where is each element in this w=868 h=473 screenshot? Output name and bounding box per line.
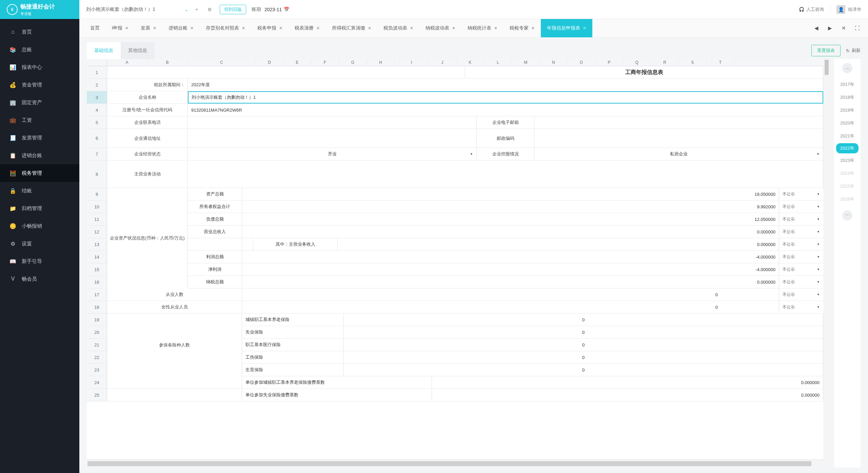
row-number[interactable]: 1 bbox=[87, 66, 107, 78]
year-option[interactable]: 2020年 bbox=[836, 117, 859, 129]
tab[interactable]: 年报信息申报表✕ bbox=[541, 19, 592, 37]
close-icon[interactable]: ✕ bbox=[368, 26, 371, 31]
row-number[interactable]: 23 bbox=[87, 364, 107, 376]
close-icon[interactable]: ✕ bbox=[242, 26, 245, 31]
value-cell[interactable]: -4.000000 bbox=[242, 251, 779, 263]
row-number[interactable]: 22 bbox=[87, 351, 107, 363]
column-header[interactable]: M bbox=[512, 59, 540, 66]
spreadsheet-grid[interactable]: 1工商年报信息表2税款所属期间：2022年度3企业名称刘小艳演示账套（勿删勿动！… bbox=[87, 66, 823, 459]
column-header[interactable]: C bbox=[188, 59, 256, 66]
row-number[interactable]: 5 bbox=[87, 116, 107, 129]
row-number[interactable]: 11 bbox=[87, 213, 107, 225]
reset-report-button[interactable]: 重置报表 bbox=[811, 45, 841, 56]
row-number[interactable]: 13 bbox=[87, 238, 107, 250]
user-menu[interactable]: 👤 徐泽华 bbox=[830, 5, 861, 14]
field-value[interactable]: 91320811MA7NGR2W6R bbox=[188, 104, 823, 116]
year-option[interactable]: 2024年 bbox=[836, 168, 859, 179]
sidebar-item[interactable]: 📖新手引导 bbox=[0, 252, 79, 270]
postcode-input[interactable] bbox=[534, 129, 823, 148]
fullscreen-icon[interactable]: ⛶ bbox=[850, 21, 864, 35]
value-cell[interactable]: 0 bbox=[344, 351, 823, 363]
close-icon[interactable]: ✕ bbox=[452, 26, 455, 31]
column-header[interactable]: B bbox=[147, 59, 188, 66]
tab-other-info[interactable]: 其他信息 bbox=[121, 42, 155, 59]
column-header[interactable]: I bbox=[395, 59, 429, 66]
tab-close-all-icon[interactable]: ✕ bbox=[837, 21, 850, 35]
row-number[interactable]: 8 bbox=[87, 160, 107, 188]
sidebar-item[interactable]: 🔒结账 bbox=[0, 182, 79, 200]
column-header[interactable]: G bbox=[339, 59, 367, 66]
year-option[interactable]: 2025年 bbox=[836, 181, 859, 192]
row-number[interactable]: 10 bbox=[87, 201, 107, 213]
row-number[interactable]: 16 bbox=[87, 276, 107, 288]
tab[interactable]: 税检专家✕ bbox=[504, 19, 541, 37]
sidebar-item[interactable]: 📊报表中心 bbox=[0, 58, 79, 76]
column-header[interactable]: N bbox=[540, 59, 568, 66]
close-icon[interactable]: ✕ bbox=[190, 26, 194, 31]
year-option[interactable]: 2023年 bbox=[836, 155, 859, 166]
column-header[interactable]: L bbox=[484, 59, 512, 66]
gear-icon[interactable]: ⚙ bbox=[205, 5, 214, 14]
value-cell[interactable]: 0.000000 bbox=[432, 376, 823, 389]
sidebar-item[interactable]: 🧮税务管理 bbox=[0, 164, 79, 182]
value-cell[interactable]: 0 bbox=[344, 364, 823, 376]
close-icon[interactable]: ✕ bbox=[316, 26, 320, 31]
sidebar-item[interactable]: ⚙设置 bbox=[0, 235, 79, 252]
year-option[interactable]: 2021年 bbox=[836, 130, 859, 142]
value-cell[interactable]: 0 bbox=[344, 326, 823, 338]
value-cell[interactable]: 0 bbox=[344, 314, 823, 326]
vertical-scrollbar[interactable] bbox=[823, 59, 830, 468]
row-number[interactable]: 2 bbox=[87, 79, 107, 91]
refresh-button[interactable]: ↻ 刷新 bbox=[846, 48, 861, 54]
value-cell[interactable]: 0.000000 bbox=[432, 389, 823, 401]
main-business-input[interactable] bbox=[188, 160, 823, 188]
value-cell[interactable]: 0.000000 bbox=[242, 226, 779, 238]
row-number[interactable]: 3 bbox=[87, 91, 107, 103]
year-option[interactable]: 2017年 bbox=[836, 79, 859, 90]
tab[interactable]: 进销台账✕ bbox=[162, 19, 200, 37]
holding-dropdown[interactable]: 私营企业▼ bbox=[534, 148, 823, 160]
tab[interactable]: 税负波动表✕ bbox=[377, 19, 419, 37]
sidebar-item[interactable]: 📚总账 bbox=[0, 41, 79, 58]
column-header[interactable]: J bbox=[429, 59, 456, 66]
row-number[interactable]: 24 bbox=[87, 376, 107, 389]
row-number[interactable]: 14 bbox=[87, 251, 107, 263]
period-value[interactable]: 2023-11 bbox=[264, 7, 282, 12]
row-number[interactable]: 25 bbox=[87, 389, 107, 401]
tab[interactable]: 首页 bbox=[84, 19, 106, 37]
phone-input[interactable] bbox=[188, 116, 477, 129]
column-header[interactable]: D bbox=[256, 59, 283, 66]
publicity-dropdown[interactable]: 不公示▼ bbox=[779, 238, 823, 250]
calendar-icon[interactable]: 📅 bbox=[284, 7, 289, 12]
row-number[interactable]: 21 bbox=[87, 339, 107, 351]
sidebar-item[interactable]: 💼工资 bbox=[0, 111, 79, 129]
row-number[interactable]: 20 bbox=[87, 326, 107, 338]
close-icon[interactable]: ✕ bbox=[583, 26, 586, 31]
status-dropdown[interactable]: 开业▼ bbox=[188, 148, 477, 160]
publicity-dropdown[interactable]: 不公示▼ bbox=[779, 288, 823, 301]
value-cell[interactable]: 0.000000 bbox=[338, 238, 779, 250]
close-icon[interactable]: ✕ bbox=[153, 26, 156, 31]
sidebar-item[interactable]: ⌂首页 bbox=[0, 23, 79, 41]
publicity-dropdown[interactable]: 不公示▼ bbox=[779, 251, 823, 263]
switch-old-version-button[interactable]: 切到旧版 bbox=[220, 5, 246, 14]
value-cell[interactable]: 0.000000 bbox=[242, 276, 779, 288]
year-up-icon[interactable]: ︿ bbox=[842, 63, 852, 73]
sidebar-item[interactable]: 📋进销台账 bbox=[0, 147, 79, 164]
column-header[interactable]: F bbox=[311, 59, 339, 66]
row-number[interactable]: 12 bbox=[87, 226, 107, 238]
scrollbar-thumb[interactable] bbox=[87, 461, 811, 466]
value-cell[interactable]: 0 bbox=[344, 339, 823, 351]
row-number[interactable]: 7 bbox=[87, 148, 107, 160]
column-header[interactable]: R bbox=[651, 59, 679, 66]
column-header[interactable]: Q bbox=[623, 59, 651, 66]
row-number[interactable]: 4 bbox=[87, 104, 107, 116]
publicity-dropdown[interactable]: 不公示▼ bbox=[779, 263, 823, 276]
sidebar-item[interactable]: V畅会员 bbox=[0, 270, 79, 288]
publicity-dropdown[interactable]: 不公示▼ bbox=[779, 301, 823, 313]
email-input[interactable] bbox=[534, 116, 823, 129]
year-option[interactable]: 2018年 bbox=[836, 92, 859, 103]
publicity-dropdown[interactable]: 不公示▼ bbox=[779, 201, 823, 213]
year-option[interactable]: 2019年 bbox=[836, 105, 859, 116]
account-selector[interactable]: 刘小艳演示账套（勿删勿动！）1 bbox=[86, 6, 181, 13]
